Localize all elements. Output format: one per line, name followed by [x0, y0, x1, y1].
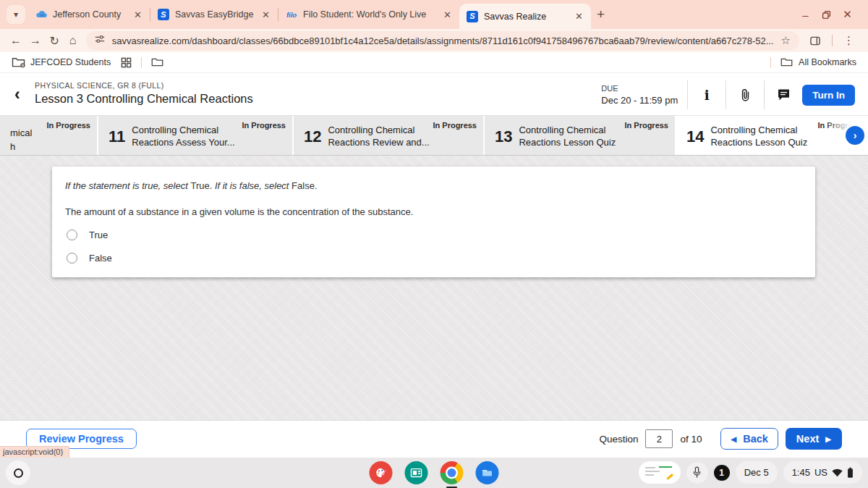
assignment-content-area: If the statement is true, select True. I… [0, 156, 868, 420]
nav-item-title: Controlling Chemical Reactions Assess Yo… [132, 125, 242, 149]
side-panel-button[interactable] [807, 32, 825, 50]
lesson-nav-item-12[interactable]: 12 Controlling Chemical Reactions Review… [294, 116, 483, 155]
chromeos-screen: ▾ Jefferson County ✕ S Savvas EasyBridge… [0, 0, 868, 488]
bookmarks-divider [141, 57, 142, 68]
savvas-icon: S [467, 11, 478, 22]
lesson-nav-strip: mical h In Progress 11 Controlling Chemi… [0, 116, 868, 156]
kebab-menu-icon: ⋮ [843, 34, 854, 47]
time-label: 1:45 [792, 467, 810, 478]
keyboard-layout-label: US [814, 467, 827, 478]
battery-icon [847, 467, 854, 479]
mic-icon [692, 466, 702, 479]
option-label[interactable]: False [89, 253, 112, 264]
canvas-app-icon[interactable] [370, 461, 393, 484]
back-chevron-icon: ‹ [14, 85, 20, 104]
close-window-button[interactable]: ✕ [837, 0, 858, 29]
close-icon[interactable]: ✕ [261, 9, 271, 20]
new-tab-button[interactable]: + [597, 7, 605, 22]
reload-button[interactable]: ↻ [49, 32, 59, 50]
bookmark-apps-grid[interactable] [121, 57, 132, 68]
nav-item-number: 13 [495, 127, 512, 146]
all-bookmarks-label: All Bookmarks [799, 57, 856, 67]
slides-app-icon[interactable] [405, 461, 428, 484]
launcher-button[interactable] [6, 460, 30, 485]
question-number-input[interactable] [645, 429, 673, 448]
browser-menu-button[interactable]: ⋮ [840, 32, 858, 50]
all-bookmarks[interactable]: All Bookmarks [761, 57, 856, 68]
turn-in-button[interactable]: Turn In [802, 85, 855, 106]
filo-icon: filo [286, 9, 297, 20]
back-button[interactable]: ← [10, 32, 22, 50]
option-true[interactable]: True [65, 230, 802, 240]
toolbar-divider [832, 35, 833, 46]
restore-icon [822, 10, 831, 20]
radio-true[interactable] [67, 230, 77, 240]
notification-badge[interactable]: 1 [714, 465, 730, 481]
chrome-logo [441, 461, 464, 484]
forward-button[interactable]: → [30, 32, 41, 50]
info-icon: i [705, 88, 710, 103]
nav-scroll-right-button[interactable]: › [846, 126, 864, 145]
site-settings-icon[interactable] [95, 34, 105, 47]
bookmark-folder-jefcoed[interactable]: JEFCOED Students [12, 56, 111, 68]
system-tray: 1 Dec 5 1:45 US [639, 461, 862, 484]
tab-search-button[interactable]: ▾ [7, 5, 25, 24]
apps-grid-icon [121, 57, 132, 68]
radio-false[interactable] [67, 253, 77, 264]
option-false[interactable]: False [65, 253, 802, 264]
tab-title: Savvas EasyBridge [175, 9, 255, 20]
close-icon[interactable]: ✕ [574, 11, 584, 22]
tab-jefferson-county[interactable]: Jefferson County ✕ [28, 0, 150, 29]
files-app-icon[interactable] [476, 461, 499, 484]
tab-filo-student[interactable]: filo Filo Student: World's Only Live ✕ [278, 0, 459, 29]
bookmarks-divider [770, 57, 771, 68]
lesson-nav-item-13[interactable]: 13 Controlling Chemical Reactions Lesson… [485, 116, 675, 155]
question-label: Question [599, 434, 638, 445]
tab-savvas-realize-active[interactable]: S Savvas Realize ✕ [459, 4, 591, 29]
reload-icon: ↻ [49, 34, 59, 48]
nav-item-fragment: mical h [10, 127, 32, 154]
close-icon[interactable]: ✕ [443, 9, 452, 20]
tab-title: Filo Student: World's Only Live [303, 9, 437, 20]
bookmark-star-icon[interactable]: ☆ [781, 34, 791, 47]
bookmark-folder[interactable] [151, 57, 163, 67]
status-area[interactable]: 1:45 US [783, 461, 862, 484]
tab-savvas-easybridge[interactable]: S Savvas EasyBridge ✕ [150, 0, 278, 29]
question-navigation: Question of 10 ◀ Back Next ▶ [599, 428, 842, 450]
close-icon[interactable]: ✕ [133, 9, 142, 20]
lesson-nav-item-14-active[interactable]: 14 Controlling Chemical Reactions Lesson… [676, 116, 868, 155]
side-panel-icon [809, 35, 821, 46]
mic-button[interactable] [686, 462, 708, 484]
comments-button[interactable] [774, 88, 793, 101]
attachment-button[interactable] [736, 88, 754, 102]
question-instruction: If the statement is true, select True. I… [65, 180, 802, 191]
shelf-apps [370, 461, 499, 484]
date-pill[interactable]: Dec 5 [736, 461, 778, 484]
nav-item-title: Controlling Chemical Reactions Review an… [328, 125, 438, 149]
home-button[interactable]: ⌂ [67, 32, 77, 50]
minimize-button[interactable]: – [795, 0, 816, 29]
tab-title: Savvas Realize [484, 12, 569, 22]
chrome-app-icon[interactable] [441, 461, 464, 484]
lesson-nav-item-11[interactable]: 11 Controlling Chemical Reactions Assess… [98, 116, 292, 155]
address-bar[interactable]: savvasrealize.com/dashboard/classes/66bd… [86, 31, 799, 50]
back-icon: ← [10, 34, 22, 47]
header-divider [687, 80, 688, 109]
info-button[interactable]: i [697, 88, 716, 103]
launcher-icon [14, 468, 23, 478]
date-label: Dec 5 [744, 467, 769, 478]
url-text: savvasrealize.com/dashboard/classes/66bd… [112, 35, 774, 46]
restore-button[interactable] [816, 0, 837, 29]
lesson-nav-item-partial[interactable]: mical h In Progress [0, 116, 97, 155]
back-question-button[interactable]: ◀ Back [720, 428, 778, 450]
folder-icon [151, 57, 163, 67]
bookmark-label: JEFCOED Students [30, 57, 111, 67]
header-actions: DUE Dec 20 - 11:59 pm i Turn In [601, 79, 855, 111]
back-to-assignment-button[interactable]: ‹ [14, 85, 20, 104]
next-question-button[interactable]: Next ▶ [786, 428, 842, 450]
due-label: DUE [601, 84, 678, 93]
screenshot-preview[interactable] [639, 461, 681, 484]
due-date: Dec 20 - 11:59 pm [601, 95, 678, 106]
option-label[interactable]: True [89, 230, 108, 240]
question-of-label: of 10 [680, 434, 702, 445]
